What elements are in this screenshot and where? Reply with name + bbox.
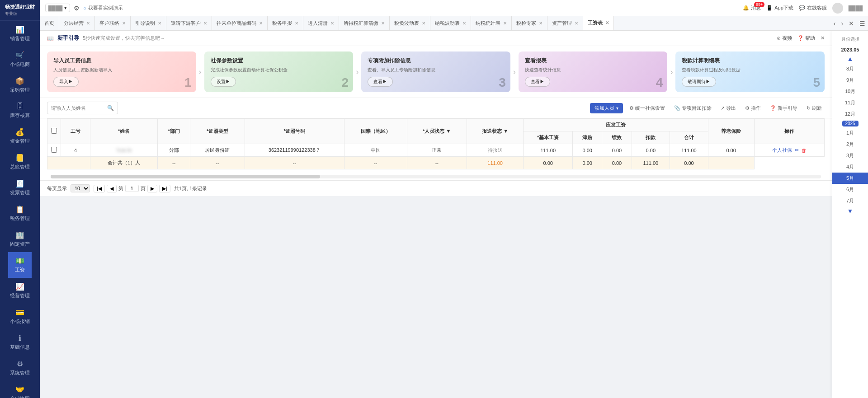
select-all-checkbox[interactable] bbox=[51, 128, 57, 134]
step-btn-5[interactable]: 敬请期待▶ bbox=[682, 77, 716, 87]
settings-icon[interactable]: ⚙ bbox=[74, 5, 80, 12]
tab-纳税统计表[interactable]: 纳税统计表✕ bbox=[471, 16, 512, 31]
tab-资产管理[interactable]: 资产管理✕ bbox=[547, 16, 583, 31]
step-btn-4[interactable]: 查看▶ bbox=[525, 77, 550, 87]
horizontal-scrollbar[interactable] bbox=[51, 175, 821, 178]
tab-工资表[interactable]: 工资表✕ bbox=[583, 16, 614, 31]
step-btn-1[interactable]: 导入▶ bbox=[53, 77, 79, 87]
tab-close-icon[interactable]: ✕ bbox=[539, 21, 542, 26]
month-item-8月[interactable]: 8月 bbox=[841, 63, 859, 75]
sidebar-item-总账管理[interactable]: 📒总账管理 bbox=[8, 149, 32, 175]
toolbar-btn-导出[interactable]: ↗导出 bbox=[718, 103, 739, 113]
sidebar-item-库存核算[interactable]: 🗄库存核算 bbox=[8, 98, 32, 123]
step-btn-3[interactable]: 查看▶ bbox=[368, 77, 393, 87]
tab-close-all-btn[interactable]: ✕ bbox=[846, 20, 857, 27]
sidebar-item-基础信息[interactable]: ℹ基础信息 bbox=[8, 329, 32, 355]
search-input[interactable] bbox=[51, 105, 105, 111]
page-next-btn[interactable]: ▶ bbox=[147, 185, 157, 192]
step-btn-2[interactable]: 设置▶ bbox=[211, 77, 236, 87]
tab-税检专家[interactable]: 税检专家✕ bbox=[512, 16, 547, 31]
demo-link[interactable]: ○ 我要看实例演示 bbox=[83, 5, 123, 11]
sidebar-item-企业协同[interactable]: 🤝企业协同 bbox=[8, 381, 32, 398]
tab-所得税汇算清缴[interactable]: 所得税汇算清缴✕ bbox=[339, 16, 390, 31]
sidebar-item-经营管理[interactable]: 📈经营管理 bbox=[8, 278, 32, 304]
sidebar-item-资金管理[interactable]: 💰资金管理 bbox=[8, 123, 32, 149]
page-input[interactable] bbox=[125, 185, 139, 192]
company-dropdown[interactable]: ████ ▾ bbox=[45, 4, 70, 12]
tab-close-icon[interactable]: ✕ bbox=[605, 20, 609, 25]
tab-纳税波动表[interactable]: 纳税波动表✕ bbox=[430, 16, 471, 31]
month-up-btn[interactable]: ▲ bbox=[846, 54, 854, 63]
tab-close-icon[interactable]: ✕ bbox=[330, 21, 334, 26]
toolbar-btn-统一社保设置[interactable]: ⚙统一社保设置 bbox=[627, 103, 668, 113]
tab-close-icon[interactable]: ✕ bbox=[422, 21, 425, 26]
tab-税务申报[interactable]: 税务申报✕ bbox=[268, 16, 303, 31]
close-guidance-btn[interactable]: ✕ bbox=[821, 35, 825, 41]
avatar[interactable] bbox=[832, 3, 843, 14]
month-item-10月[interactable]: 10月 bbox=[841, 86, 859, 97]
tab-客户联络[interactable]: 客户联络✕ bbox=[95, 16, 131, 31]
tab-close-icon[interactable]: ✕ bbox=[462, 21, 466, 26]
sidebar-item-系统管理[interactable]: ⚙系统管理 bbox=[8, 355, 32, 381]
toolbar-btn-专项附加扣除[interactable]: 📎专项附加扣除 bbox=[671, 103, 714, 113]
col-allowance-header: 津贴 bbox=[573, 131, 602, 144]
sidebar-item-税务管理[interactable]: 📋税务管理 bbox=[8, 201, 32, 226]
sidebar-item-固定资产[interactable]: 🏢固定资产 bbox=[8, 226, 32, 252]
tab-close-icon[interactable]: ✕ bbox=[86, 21, 90, 26]
tab-close-icon[interactable]: ✕ bbox=[381, 21, 385, 26]
page-first-btn[interactable]: |◀ bbox=[94, 185, 105, 192]
tab-prev-btn[interactable]: ‹ bbox=[831, 20, 839, 27]
toolbar-btn-操作[interactable]: ⚙操作 bbox=[742, 103, 764, 113]
tab-进入清册[interactable]: 进入清册✕ bbox=[303, 16, 339, 31]
tab-close-icon[interactable]: ✕ bbox=[295, 21, 298, 26]
search-icon[interactable]: 🔍 bbox=[107, 105, 114, 111]
add-person-button[interactable]: 添加人员 ▾ bbox=[590, 103, 623, 113]
month-item-6月[interactable]: 6月 bbox=[843, 184, 858, 195]
tab-分层经营[interactable]: 分层经营✕ bbox=[59, 16, 95, 31]
help-link[interactable]: ❓ 帮助 bbox=[797, 35, 815, 42]
sidebar-item-发票管理[interactable]: 🧾发票管理 bbox=[8, 175, 32, 201]
page-size-select[interactable]: 10 20 50 bbox=[71, 184, 90, 192]
tab-邀请下游客户[interactable]: 邀请下游客户✕ bbox=[166, 16, 212, 31]
month-item-11月[interactable]: 11月 bbox=[841, 97, 859, 108]
online-service-btn[interactable]: 💬 在线客服 bbox=[799, 5, 827, 11]
sidebar-item-小畅电商[interactable]: 🛒小畅电商 bbox=[8, 47, 32, 72]
action-delete[interactable]: 🗑 bbox=[802, 148, 807, 153]
month-down-btn[interactable]: ▼ bbox=[846, 206, 854, 215]
tab-税负波动表[interactable]: 税负波动表✕ bbox=[390, 16, 430, 31]
month-item-9月[interactable]: 9月 bbox=[841, 75, 859, 86]
page-prev-btn[interactable]: ◀ bbox=[107, 185, 117, 192]
tab-close-icon[interactable]: ✕ bbox=[158, 21, 161, 26]
app-download-btn[interactable]: 📱 App下载 bbox=[766, 5, 793, 11]
month-item-1月[interactable]: 1月 bbox=[843, 127, 858, 139]
month-item-2月[interactable]: 2月 bbox=[843, 139, 858, 150]
tab-close-icon[interactable]: ✕ bbox=[122, 21, 126, 26]
tab-next-btn[interactable]: › bbox=[838, 20, 846, 27]
month-item-7月[interactable]: 7月 bbox=[843, 195, 858, 206]
toolbar-btn-新手引导[interactable]: ❓新手引导 bbox=[767, 103, 800, 113]
message-btn[interactable]: 🔔 消息 99+ bbox=[743, 5, 761, 11]
tab-close-icon[interactable]: ✕ bbox=[503, 21, 507, 26]
action-social-insurance[interactable]: 个人社保 bbox=[772, 147, 792, 154]
guidance-bar: 📖 新手引导 5步快速完成设置，快去完善信息吧～ ⊙ 视频 ❓ 帮助 ✕ bbox=[40, 31, 832, 46]
tab-close-icon[interactable]: ✕ bbox=[259, 21, 263, 26]
tab-close-icon[interactable]: ✕ bbox=[575, 21, 578, 26]
action-edit[interactable]: ✏ bbox=[795, 147, 799, 153]
sidebar-item-工资[interactable]: 💵工资 bbox=[8, 252, 32, 278]
row-checkbox[interactable] bbox=[51, 147, 57, 153]
sidebar-item-采购管理[interactable]: 📦采购管理 bbox=[8, 72, 32, 98]
video-link[interactable]: ⊙ 视频 bbox=[777, 35, 792, 42]
sidebar-item-小畅报销[interactable]: 💳小畅报销 bbox=[8, 304, 32, 329]
toolbar-btn-刷新[interactable]: ↻刷新 bbox=[804, 103, 825, 113]
month-item-12月[interactable]: 12月 bbox=[841, 108, 859, 120]
month-item-active[interactable]: 5月 bbox=[832, 173, 868, 184]
tab-menu-btn[interactable]: ☰ bbox=[857, 20, 868, 27]
tab-往来单位商品编码[interactable]: 往来单位商品编码✕ bbox=[212, 16, 268, 31]
tab-引导说明[interactable]: 引导说明✕ bbox=[131, 16, 166, 31]
month-item-3月[interactable]: 3月 bbox=[843, 150, 858, 161]
page-last-btn[interactable]: ▶| bbox=[159, 185, 170, 192]
tab-首页[interactable]: 首页 bbox=[40, 16, 59, 31]
sidebar-item-销售管理[interactable]: 📊销售管理 bbox=[8, 21, 32, 47]
month-item-4月[interactable]: 4月 bbox=[843, 161, 858, 173]
tab-close-icon[interactable]: ✕ bbox=[203, 21, 207, 26]
